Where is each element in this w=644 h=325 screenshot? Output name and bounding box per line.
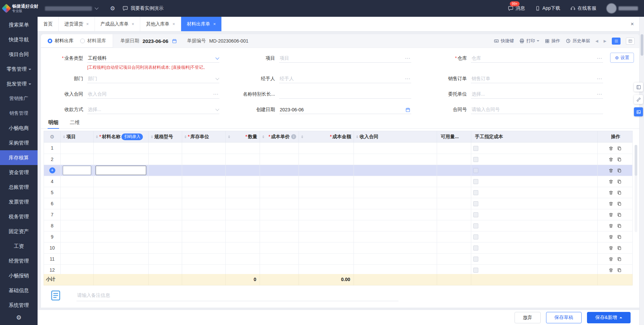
tab-close-icon[interactable]: × <box>213 21 216 26</box>
sidebar-item[interactable]: 快捷导航 <box>0 32 38 47</box>
prev-document-button[interactable]: ◀ <box>595 39 598 43</box>
shortcut-keys-button[interactable]: 快捷键 <box>494 38 514 44</box>
delete-row-icon[interactable] <box>608 223 613 228</box>
sidebar-item[interactable]: 采购管理 <box>0 136 38 150</box>
table-row[interactable]: 9 <box>44 231 633 242</box>
manual-cost-checkbox[interactable] <box>473 179 478 184</box>
row-index[interactable]: + <box>44 165 61 176</box>
grid-cell-spec[interactable] <box>149 143 182 154</box>
copy-row-icon[interactable] <box>617 190 622 195</box>
row-index[interactable]: 8 <box>44 220 61 231</box>
contract-no-input[interactable]: 请输入合同号 <box>471 105 603 114</box>
long-name-input[interactable] <box>279 90 411 99</box>
user-profile[interactable] <box>606 3 638 13</box>
grid-cell-spec[interactable] <box>149 198 182 209</box>
table-row[interactable]: 8 <box>44 220 633 231</box>
delete-row-icon[interactable] <box>608 257 613 262</box>
grid-cell-qty[interactable] <box>226 264 260 274</box>
grid-cell-material[interactable] <box>94 176 149 187</box>
grid-cell-material[interactable] <box>94 165 149 176</box>
grid-cell-price[interactable] <box>260 253 299 264</box>
grid-cell-price[interactable] <box>260 187 299 198</box>
sidebar-item[interactable]: 项目合同 <box>0 47 38 62</box>
tab-close-icon[interactable]: × <box>86 21 89 26</box>
sidebar-item[interactable]: 批发管理 <box>0 76 38 91</box>
grid-cell-unit[interactable] <box>182 198 226 209</box>
table-row[interactable]: 6 <box>44 198 633 209</box>
grid-cell-project[interactable] <box>61 143 94 154</box>
department-select[interactable]: 部门 <box>87 74 219 83</box>
discard-button[interactable]: 放弃 <box>515 312 541 323</box>
grid-cell-amount[interactable] <box>299 176 354 187</box>
tab-item[interactable]: 其他入库单× <box>140 17 181 31</box>
warehouse-input[interactable]: 仓库 ··· <box>471 54 603 63</box>
copy-row-icon[interactable] <box>617 168 622 173</box>
grid-cell-material[interactable] <box>94 253 149 264</box>
org-selector[interactable] <box>41 4 108 13</box>
grid-cell-project[interactable] <box>61 209 94 220</box>
grid-cell-amount[interactable] <box>299 220 354 231</box>
more-options-icon[interactable]: ··· <box>597 56 602 61</box>
manual-cost-checkbox[interactable] <box>473 212 478 217</box>
copy-row-icon[interactable] <box>617 234 622 239</box>
grid-cell-material[interactable] <box>94 198 149 209</box>
grid-cell-material[interactable] <box>94 154 149 165</box>
next-document-button[interactable]: ▶ <box>604 39 606 43</box>
grid-cell-available[interactable] <box>437 154 471 165</box>
manual-cost-checkbox[interactable] <box>473 201 478 206</box>
column-material[interactable]: 材料名称扫码录入 <box>94 131 149 143</box>
table-row[interactable]: 1 <box>44 143 633 154</box>
grid-cell-available[interactable] <box>437 264 471 274</box>
table-view-button[interactable] <box>626 38 635 45</box>
calendar-icon[interactable] <box>172 38 177 44</box>
column-available[interactable]: 可用量... <box>437 131 471 143</box>
row-index[interactable]: 6 <box>44 198 61 209</box>
grid-cell-qty[interactable] <box>226 143 260 154</box>
grid-cell-manual-cost[interactable] <box>471 264 598 274</box>
delete-row-icon[interactable] <box>608 201 613 206</box>
grid-cell-unit[interactable] <box>182 187 226 198</box>
calendar-icon[interactable] <box>405 107 411 112</box>
material-cell-editor[interactable] <box>96 166 146 175</box>
grid-cell-unit[interactable] <box>182 231 226 242</box>
sort-icon[interactable] <box>184 136 186 138</box>
grid-cell-manual-cost[interactable] <box>471 209 598 220</box>
grid-cell-unit[interactable] <box>182 154 226 165</box>
table-row[interactable]: 5 <box>44 187 633 198</box>
tab-item[interactable]: 材料出库单× <box>181 17 222 31</box>
image-tool-button[interactable] <box>634 107 643 116</box>
handler-input[interactable]: 经手人 ··· <box>279 74 411 83</box>
manual-cost-checkbox[interactable] <box>473 234 478 239</box>
grid-cell-project[interactable] <box>61 242 94 253</box>
link-button[interactable] <box>634 95 643 104</box>
income-contract-input[interactable]: 收入合同 ··· <box>87 90 219 99</box>
grid-cell-amount[interactable] <box>299 187 354 198</box>
grid-cell-available[interactable] <box>437 209 471 220</box>
tab-2d[interactable]: 二维 <box>69 117 80 128</box>
sidebar-item[interactable]: 税务管理 <box>0 209 38 224</box>
grid-cell-material[interactable] <box>94 187 149 198</box>
note-icon[interactable] <box>50 289 62 302</box>
copy-row-icon[interactable] <box>617 268 622 273</box>
row-index[interactable]: 7 <box>44 209 61 220</box>
grid-cell-price[interactable] <box>260 143 299 154</box>
payment-method-select[interactable]: 选择... <box>87 105 219 114</box>
delete-row-icon[interactable] <box>608 179 613 184</box>
copy-row-icon[interactable] <box>617 257 622 262</box>
grid-cell-price[interactable] <box>260 209 299 220</box>
grid-cell-manual-cost[interactable] <box>471 165 598 176</box>
grid-cell-amount[interactable] <box>299 198 354 209</box>
project-cell-editor[interactable] <box>63 166 91 175</box>
grid-cell-unit[interactable] <box>182 264 226 274</box>
doc-type-radio[interactable]: 材料出库 <box>48 38 73 44</box>
sidebar-item[interactable]: 基础信息 <box>0 283 38 298</box>
grid-cell-price[interactable] <box>260 231 299 242</box>
grid-cell-available[interactable] <box>437 187 471 198</box>
grid-cell-manual-cost[interactable] <box>471 154 598 165</box>
sidebar-item[interactable]: 发票管理 <box>0 195 38 209</box>
row-index[interactable]: 11 <box>44 253 61 264</box>
grid-cell-qty[interactable] <box>226 198 260 209</box>
tab-item[interactable]: 产成品入库单× <box>95 17 141 31</box>
client-unit-input[interactable]: 选择... ··· <box>471 90 603 99</box>
tab-close-icon[interactable]: × <box>172 21 175 26</box>
